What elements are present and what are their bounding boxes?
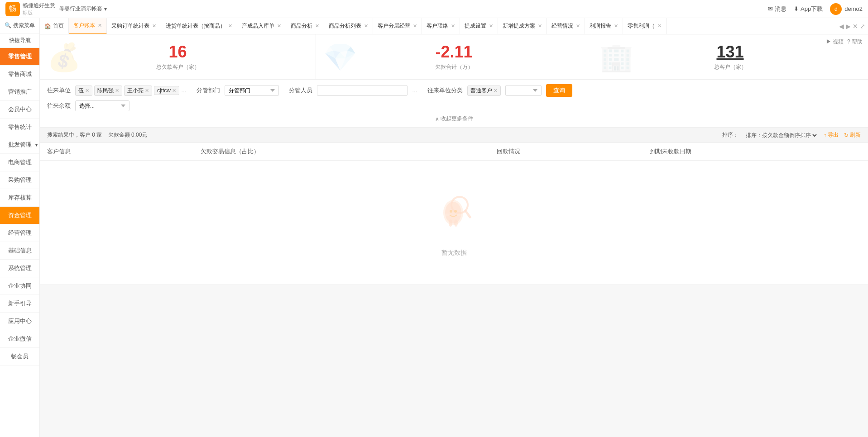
download-btn[interactable]: ⬇ App下载 — [794, 5, 823, 13]
sidebar-item-basic-info[interactable]: 基础信息 — [0, 242, 39, 260]
tab-next-icon[interactable]: ▶ — [846, 23, 851, 30]
stat-num-owed-customers: 16 — [156, 43, 200, 62]
stat-help: ▶ 视频 ? 帮助 — [826, 38, 863, 46]
sidebar-item-retail-stats[interactable]: 零售统计 — [0, 119, 39, 136]
filter-select-balance[interactable]: 选择... — [75, 100, 129, 111]
collapse-button[interactable]: ∧ 收起更多条件 — [435, 115, 473, 123]
sidebar-item-retail-mgmt[interactable]: 零售管理 — [0, 48, 39, 66]
tab-close-purchase-orders[interactable]: ✕ — [152, 23, 156, 29]
sidebar-item-vip[interactable]: 畅会员 — [0, 348, 39, 366]
sidebar-item-enterprise[interactable]: 企业协同 — [0, 277, 39, 295]
filter-input-person[interactable] — [317, 85, 408, 96]
sidebar-item-app-center[interactable]: 应用中心 — [0, 313, 39, 330]
logo-area: 畅 畅捷通好生意 标版 — [5, 2, 55, 16]
tab-fullscreen-icon[interactable]: ⤢ — [860, 23, 865, 30]
stat-card-owed-total: 💎 -2.11 欠款合计（万） — [316, 34, 592, 79]
sidebar-item-finance[interactable]: 资金管理 — [0, 207, 39, 224]
filter-tag-remove-cat1[interactable]: ✕ — [494, 88, 498, 94]
tab-prev-icon[interactable]: ◀ — [839, 23, 844, 30]
filter-tag-remove-u4[interactable]: ✕ — [172, 88, 176, 94]
sidebar-item-inventory[interactable]: 库存核算 — [0, 189, 39, 207]
filter-label-dept: 分管部门 — [197, 86, 220, 95]
tab-close-customers[interactable]: ✕ — [98, 23, 102, 28]
person-more-btn[interactable]: … — [412, 87, 417, 94]
tab-customers[interactable]: 客户账本 ✕ — [69, 18, 107, 34]
filter-row-1: 往来单位 伍 ✕ 陈民强 ✕ 王小亮 ✕ — [47, 84, 861, 97]
sidebar-item-member[interactable]: 会员中心 — [0, 101, 39, 119]
sidebar-item-retail-mall[interactable]: 零售商城 — [0, 66, 39, 83]
account-dropdown[interactable]: 母婴行业演示帐套 ▾ — [59, 5, 107, 13]
refresh-icon: ↻ — [844, 132, 849, 138]
sidebar-item-ecommerce[interactable]: 电商管理 — [0, 154, 39, 171]
filter-tags-unit: 伍 ✕ 陈民强 ✕ 王小亮 ✕ cjttcw ✕ — [75, 86, 187, 96]
filter-select-dept[interactable]: 分管部门 — [225, 85, 279, 96]
sort-select[interactable]: 排序：按欠款金额倒序排序 — [744, 132, 818, 139]
tab-business-situation[interactable]: 经营情况 ✕ — [547, 18, 585, 34]
filter-row-2: 往来余额 选择... — [47, 100, 861, 111]
sidebar-item-wechat[interactable]: 企业微信 — [0, 330, 39, 348]
filter-tag-cat1: 普通客户 ✕ — [467, 86, 501, 96]
sidebar-item-marketing[interactable]: 营销推广 — [0, 83, 39, 101]
collapse-row: ∧ 收起更多条件 — [47, 115, 861, 123]
sidebar-quick-nav[interactable]: 快捷导航 — [0, 33, 39, 48]
tab-cost-in[interactable]: 产成品入库单 ✕ — [237, 18, 286, 34]
tab-close-product-analysis[interactable]: ✕ — [315, 23, 319, 29]
tab-product-analysis-list[interactable]: 商品分析列表 ✕ — [324, 18, 373, 34]
tab-close-retail-profit[interactable]: ✕ — [657, 23, 662, 29]
sidebar-item-purchase[interactable]: 采购管理 — [0, 171, 39, 189]
stat-bg-icon-3: 🏢 — [599, 41, 633, 73]
tab-improve-settings[interactable]: 提成设置 ✕ — [460, 18, 498, 34]
sidebar-item-newbie[interactable]: 新手引导 — [0, 295, 39, 313]
top-bar: 畅 畅捷通好生意 标版 母婴行业演示帐套 ▾ ✉ 消息 ⬇ App下载 d de… — [0, 0, 868, 18]
export-button[interactable]: ↑ 导出 — [824, 131, 839, 139]
tab-new-improve[interactable]: 新增提成方案 ✕ — [498, 18, 547, 34]
filter-tag-remove-u3[interactable]: ✕ — [145, 88, 149, 94]
tab-close-business-situation[interactable]: ✕ — [576, 23, 580, 29]
tab-close-customer-segment[interactable]: ✕ — [413, 23, 417, 29]
query-button[interactable]: 查询 — [546, 84, 572, 97]
chevron-down-icon: ▾ — [35, 142, 38, 147]
tab-close-product-analysis-list[interactable]: ✕ — [364, 23, 368, 29]
filter-select-category[interactable] — [505, 85, 542, 96]
tab-purchase-orders[interactable]: 采购订单统计表 ✕ — [107, 18, 161, 34]
empty-state: 暂无数据 — [40, 161, 868, 284]
tab-close-inbound[interactable]: ✕ — [228, 23, 232, 29]
video-help-btn[interactable]: ▶ 视频 — [826, 38, 844, 46]
tab-retail-profit[interactable]: 零售利润（ ✕ — [623, 18, 667, 34]
chevron-up-icon: ∧ — [435, 116, 439, 122]
sort-label: 排序： — [722, 131, 739, 139]
user-area[interactable]: d demo2 — [830, 3, 863, 15]
tab-inbound[interactable]: 进货单统计表（按商品） ✕ — [161, 18, 237, 34]
tab-close-customer-contact[interactable]: ✕ — [451, 23, 455, 29]
results-summary: 搜索结果中，客户 0 家 欠款金额 0.00元 — [47, 131, 147, 139]
refresh-button[interactable]: ↻ 刷新 — [844, 131, 861, 139]
filter-label-person: 分管人员 — [289, 86, 312, 95]
filter-label-balance: 往来余额 — [47, 102, 71, 110]
sidebar-item-wholesale[interactable]: 批发管理 ▾ — [0, 136, 39, 154]
filter-tag-remove-u2[interactable]: ✕ — [115, 88, 119, 94]
filter-tags-more[interactable]: … — [181, 87, 187, 94]
tab-close-improve-settings[interactable]: ✕ — [489, 23, 493, 29]
tab-product-analysis[interactable]: 商品分析 ✕ — [286, 18, 324, 34]
tab-profit-report[interactable]: 利润报告 ✕ — [585, 18, 623, 34]
sidebar-item-operations[interactable]: 经营管理 — [0, 224, 39, 242]
tab-customer-segment[interactable]: 客户分层经营 ✕ — [373, 18, 422, 34]
sidebar-item-system[interactable]: 系统管理 — [0, 260, 39, 277]
home-icon: 🏠 — [44, 23, 51, 29]
svg-point-9 — [454, 219, 458, 227]
filter-tag-remove-u1[interactable]: ✕ — [85, 88, 89, 94]
stat-label-total-customers: 总客户（家） — [714, 63, 747, 71]
tab-close-new-improve[interactable]: ✕ — [538, 23, 542, 29]
sidebar-search[interactable]: 🔍 搜索菜单 — [0, 18, 39, 33]
svg-point-6 — [445, 214, 450, 216]
col-customer-info: 客户信息 — [40, 143, 193, 161]
tab-close-all-icon[interactable]: ✕ — [853, 23, 858, 30]
svg-point-4 — [450, 210, 452, 213]
tab-close-cost-in[interactable]: ✕ — [277, 23, 281, 29]
svg-line-3 — [465, 211, 470, 217]
message-btn[interactable]: ✉ 消息 — [768, 5, 786, 13]
tab-home[interactable]: 🏠 首页 — [40, 18, 69, 34]
help-btn[interactable]: ? 帮助 — [847, 38, 863, 46]
tab-close-profit-report[interactable]: ✕ — [614, 23, 618, 29]
tab-customer-contact[interactable]: 客户联络 ✕ — [422, 18, 460, 34]
